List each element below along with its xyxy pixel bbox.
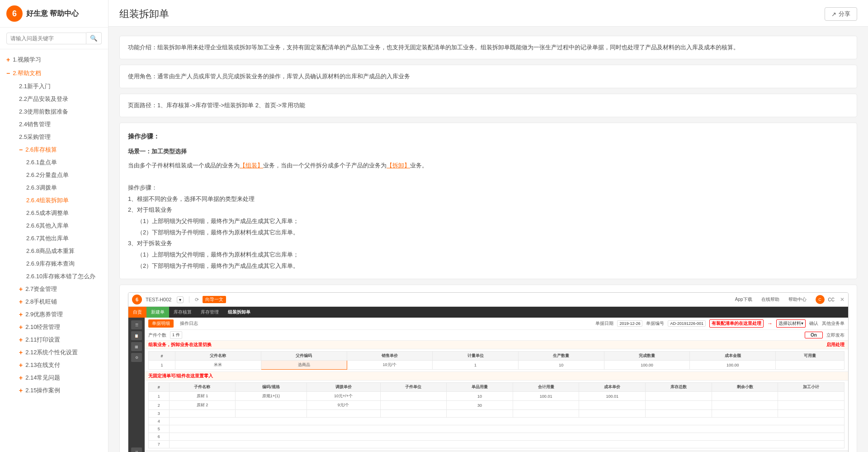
sidebar-item-261[interactable]: 2.6.1盘点单 [20,156,108,169]
mock-annotation-4: 无固定清单可/组件在这里置零入 [148,373,213,378]
sidebar-item-22[interactable]: 2.2产品安装及登录 [13,93,108,105]
link-zhuangpei[interactable]: 【组装】 [240,162,263,169]
mock-bottom-summary: 合计 ¥0.00 0.00 0.00 ¥0.00 [145,450,848,452]
path-block: 页面路径：1、库存核算->库存管理->组装拆卸单 2、首页->常用功能 [119,94,857,117]
mock-save-btn[interactable]: 立即发布 [826,332,844,338]
sidebar-item-26[interactable]: − 2.6库存核算 [13,143,108,156]
sidebar-item-2610[interactable]: 2.6.10库存账本错了怎么办 [20,270,108,283]
cell-sub [778,392,844,401]
mock-nav-guanli[interactable]: 库存管理 [196,307,223,318]
collapse-icon: − [6,70,10,77]
screenshot-block: 6 TEST-H002 ▾ ⟳ 向导一文 App下载 在线帮助 帮助中心 C C… [119,285,857,452]
sidebar-item-269[interactable]: 2.6.9库存账本查询 [20,257,108,270]
panel-icon-2[interactable]: 📋 [131,331,142,340]
sidebar-item-263[interactable]: 2.6.3调拨单 [20,181,108,194]
cell-empty [169,441,844,448]
mock-sub-header: 产件个数 1 件 On 立即发布 [145,330,848,341]
cell-usage: 30 [447,401,513,410]
label: 2.6.3调拨单 [26,184,57,192]
mock-annotation-row-2: 无固定清单可/组件在这里置零入 [145,371,848,381]
mock-form-tabs: 单据明细 操作日志 单据日期 2019-12-26 单据编号 AD-201912… [145,318,848,330]
mock-logo: 6 [132,295,142,305]
table-row: 3 [149,410,844,418]
mock-process-count[interactable]: 1 件 [170,331,182,339]
panel-icon-5[interactable]: ⊞ [131,447,142,452]
sidebar-item-265[interactable]: 2.6.5成本调整单 [20,207,108,219]
mock-nav-kucun[interactable]: 库存核算 [169,307,196,318]
expand-icon: + [19,387,23,394]
label: 2.6.10库存账本错了怎么办 [26,272,95,281]
cell-num: 1 [149,392,170,401]
mock-nav-home[interactable]: 自贡 [128,307,146,318]
sidebar-item-24[interactable]: 2.4销售管理 [13,118,108,131]
sidebar-item-210[interactable]: + 2.10经营管理 [13,321,108,333]
sidebar-item-266[interactable]: 2.6.6其他入库单 [20,219,108,232]
panel-icon-1[interactable]: ☰ [131,320,142,329]
table-row: 4 [149,418,844,425]
panel-icon-3[interactable]: ▦ [131,342,142,351]
link-chaijian[interactable]: 【拆卸】 [387,162,410,169]
sidebar-item-262[interactable]: 2.6.2分量盘点单 [20,169,108,181]
content-body: 功能介绍：组装拆卸单用来处理企业组装或拆卸等加工业务，支持有固定装配清单的产品加… [108,27,868,452]
sidebar-item-29[interactable]: + 2.9优惠券管理 [13,308,108,321]
sidebar-item-docs[interactable]: − 2.帮助文档 [0,67,108,80]
cell-empty [169,433,844,441]
mock-quickaccess[interactable]: 向导一文 [203,296,226,303]
sidebar-item-23[interactable]: 2.3使用前数据准备 [13,105,108,118]
mock-tab-log[interactable]: 操作日志 [177,319,201,328]
cell-qty: 10 [518,361,604,370]
search-button[interactable]: 🔍 [86,32,102,44]
expand-icon: + [19,285,23,293]
mock-annotation-1: 有装配清单的在这里处理 [709,319,764,328]
mock-nav-current[interactable]: 组装拆卸单 [223,307,255,318]
expand-icon: + [19,311,23,318]
share-button[interactable]: ↗ 分享 [825,7,857,21]
mock-field-date[interactable]: 2019-12-26 [617,320,642,327]
sidebar-item-25[interactable]: 2.5采购管理 [13,131,108,143]
sidebar-item-28[interactable]: + 2.8手机旺铺 [13,295,108,308]
mock-btn-confirm[interactable]: 确认 [809,320,818,327]
cell-name: 原材 1 [169,392,236,401]
text-2: 业务，当由一个父件拆分成多个子产品的业务为 [263,162,387,169]
mock-left-panel: ☰ 📋 ▦ ⚙ ⊞ [128,318,145,452]
sidebar-item-215[interactable]: + 2.15操作案例 [13,384,108,397]
sidebar-item-267[interactable]: 2.6.7其他出库单 [20,232,108,245]
cell-cost: 100.00 [690,361,776,370]
sidebar-item-21[interactable]: 2.1新手入门 [13,80,108,93]
scene1-ops-title: 操作步骤： [128,182,849,194]
share-icon: ↗ [831,11,836,18]
mock-select-bill-type[interactable]: 选择以材料▾ [776,319,806,328]
expand-icon: + [19,362,23,369]
sidebar-item-268[interactable]: 2.6.8商品成本重算 [20,245,108,257]
sidebar-item-27[interactable]: + 2.7资金管理 [13,283,108,295]
mock-btn-other[interactable]: 其他业务单 [822,320,844,327]
mock-close-icon[interactable]: ✕ [840,296,844,303]
mock-on-toggle[interactable]: On [805,332,823,338]
sidebar-item-264[interactable]: 2.6.4组装拆卸单 [20,194,108,207]
cell-empty [646,410,712,418]
sidebar-item-video[interactable]: + 1.视频学习 [0,53,108,67]
col-num: # [149,352,175,361]
cell-empty: 6 [149,433,170,441]
mock-nav-new[interactable]: 新建单 [146,307,169,318]
panel-icon-4[interactable]: ⚙ [131,353,142,362]
mock-tab-active[interactable]: 单据明细 [148,319,174,328]
col-remain: 剩余小数 [712,383,778,392]
expand-icon: + [19,374,23,381]
sidebar-item-213[interactable]: + 2.13在线支付 [13,359,108,371]
mock-username: CC [828,297,835,302]
mock-company-select[interactable]: ▾ [177,296,184,303]
col-unit: 计量单位 [433,352,519,361]
mock-annotation-2: 组装业务，拆卸业务在这里切换 [148,342,212,348]
mock-top-table-area: # 父件名称 父件编码 销售单价 计量单位 生产数量 完成数量 成本金额 可用量 [145,349,848,371]
label: 2.14常见问题 [25,374,60,382]
sidebar-item-211[interactable]: + 2.11打印设置 [13,333,108,346]
col-qty: 生产数量 [518,352,604,361]
col-subtotal: 加工小计 [778,383,844,392]
label: 2.6库存核算 [25,146,57,154]
search-input[interactable] [6,33,86,44]
mock-field-bill[interactable]: AD-20191226-001 [668,320,706,327]
sidebar-item-214[interactable]: + 2.14常见问题 [13,371,108,384]
sidebar-title: 好生意 帮助中心 [26,9,79,19]
sidebar-item-212[interactable]: + 2.12系统个性化设置 [13,346,108,359]
